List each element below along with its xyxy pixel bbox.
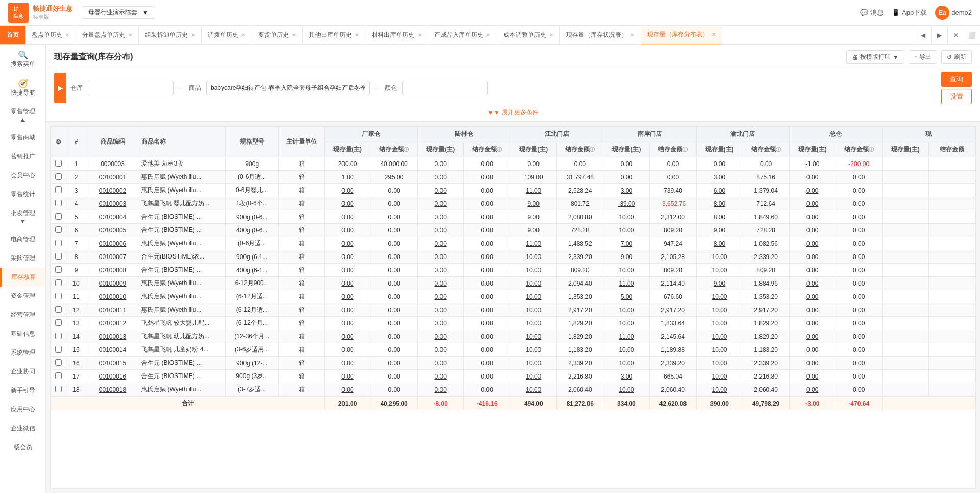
cell-lucun-qty[interactable]: 0.00	[418, 264, 464, 277]
cell-checkbox[interactable]	[51, 157, 66, 171]
product-input[interactable]	[206, 81, 370, 95]
sidebar-item-app-center[interactable]: 应用中心	[0, 400, 45, 419]
sidebar-item-weixin[interactable]: 企业微信	[0, 419, 45, 438]
cell-nanan-qty[interactable]: 9.00	[603, 250, 650, 264]
cell-nanan-qty[interactable]: 10.00	[603, 303, 650, 317]
sidebar-item-member-center[interactable]: 会员中心	[0, 166, 45, 185]
cell-factory-qty[interactable]: 0.00	[325, 303, 371, 317]
expand-filter-btn[interactable]: ▼▼ 展开更多条件	[487, 108, 538, 117]
cell-factory-qty[interactable]: 0.00	[325, 210, 371, 224]
cell-lucun-qty[interactable]: 0.00	[418, 237, 464, 250]
cell-factory-qty[interactable]: 1.00	[325, 171, 371, 184]
cell-factory-qty[interactable]: 0.00	[325, 357, 371, 370]
sidebar-item-search[interactable]: 🔍 搜索英单	[0, 45, 45, 74]
cell-total-qty[interactable]: 0.00	[789, 237, 836, 250]
sidebar-item-purchase[interactable]: 采购管理	[0, 249, 45, 268]
close-icon[interactable]: ✕	[191, 32, 195, 38]
cell-nanan-qty[interactable]: 3.00	[603, 370, 650, 383]
sidebar-item-ecommerce[interactable]: 电商管理	[0, 230, 45, 249]
cell-jiangbei-qty[interactable]: 11.00	[510, 184, 557, 197]
cell-total-qty[interactable]: 0.00	[789, 290, 836, 303]
cell-total-qty[interactable]: 0.00	[789, 330, 836, 343]
cell-checkbox[interactable]	[51, 290, 66, 303]
cell-lucun-qty[interactable]: 0.00	[418, 277, 464, 290]
cell-total-qty[interactable]: 0.00	[789, 277, 836, 290]
sidebar-item-retail-mall[interactable]: 零售商城	[0, 128, 45, 147]
cell-factory-qty[interactable]: 0.00	[325, 370, 371, 383]
cell-nanan-qty[interactable]: 0.00	[603, 157, 650, 171]
cell-checkbox[interactable]	[51, 357, 66, 370]
cell-total-qty[interactable]: 0.00	[789, 197, 836, 210]
info-icon[interactable]: ⓘ	[682, 147, 688, 152]
app-download-btn[interactable]: 📱 App下载	[892, 8, 927, 17]
nav-close-btn[interactable]: ✕	[947, 26, 964, 45]
cell-jiangbei-qty[interactable]: 10.00	[510, 343, 557, 357]
cell-jiangbei-qty[interactable]: 109.00	[510, 171, 557, 184]
cell-total-qty[interactable]: 0.00	[789, 303, 836, 317]
tab-combo[interactable]: 组装拆卸单历史 ✕	[139, 26, 202, 45]
sidebar-item-member[interactable]: 畅会员	[0, 438, 45, 457]
cell-yubei-qty[interactable]: 10.00	[696, 330, 743, 343]
cell-jiangbei-qty[interactable]: 10.00	[510, 317, 557, 330]
cell-lucun-qty[interactable]: 0.00	[418, 250, 464, 264]
cell-lucun-qty[interactable]: 0.00	[418, 290, 464, 303]
cell-jiangbei-qty[interactable]: 10.00	[510, 303, 557, 317]
cell-yubei-qty[interactable]: 8.00	[696, 210, 743, 224]
tab-other-out[interactable]: 其他出库单历史 ✕	[303, 26, 365, 45]
cell-total-qty[interactable]: 0.00	[789, 343, 836, 357]
cell-factory-qty[interactable]: 0.00	[325, 237, 371, 250]
cell-checkbox[interactable]	[51, 237, 66, 250]
cell-lucun-qty[interactable]: 0.00	[418, 343, 464, 357]
cell-lucun-qty[interactable]: 0.00	[418, 357, 464, 370]
cell-nanan-qty[interactable]: 11.00	[603, 277, 650, 290]
th-settings[interactable]: ⚙	[51, 127, 66, 157]
cell-checkbox[interactable]	[51, 264, 66, 277]
cell-total-qty[interactable]: 0.00	[789, 383, 836, 397]
tab-order[interactable]: 要货单历史 ✕	[252, 26, 303, 45]
cell-lucun-qty[interactable]: 0.00	[418, 224, 464, 237]
cell-nanan-qty[interactable]: 5.00	[603, 290, 650, 303]
cell-jiangbei-qty[interactable]: 10.00	[510, 357, 557, 370]
print-btn[interactable]: 🖨 按模版打印 ▼	[846, 50, 904, 64]
close-icon[interactable]: ✕	[549, 32, 553, 38]
message-btn[interactable]: 💬 消息	[860, 8, 884, 17]
warehouse-input[interactable]	[88, 81, 174, 95]
cell-checkbox[interactable]	[51, 383, 66, 397]
cell-lucun-qty[interactable]: 0.00	[418, 157, 464, 171]
cell-yubei-qty[interactable]: 10.00	[696, 343, 743, 357]
sidebar-item-retail-stats[interactable]: 零售统计	[0, 185, 45, 204]
cell-jiangbei-qty[interactable]: 9.00	[510, 210, 557, 224]
cell-lucun-qty[interactable]: 0.00	[418, 184, 464, 197]
cell-nanan-qty[interactable]: 10.00	[603, 264, 650, 277]
info-icon[interactable]: ⓘ	[869, 147, 874, 152]
cell-nanan-qty[interactable]: 10.00	[603, 343, 650, 357]
cell-factory-qty[interactable]: 200.00	[325, 157, 371, 171]
cell-yubei-qty[interactable]: 10.00	[696, 383, 743, 397]
gear-icon[interactable]: ⚙	[56, 138, 61, 146]
sidebar-item-retail-mgmt[interactable]: 零售管理 ▲	[0, 102, 45, 128]
cell-checkbox[interactable]	[51, 210, 66, 224]
cell-yubei-qty[interactable]: 10.00	[696, 357, 743, 370]
cell-total-qty[interactable]: 0.00	[789, 317, 836, 330]
tab-product-in[interactable]: 产成品入库单历史 ✕	[428, 26, 497, 45]
cell-yubei-qty[interactable]: 0.00	[696, 157, 743, 171]
cell-factory-qty[interactable]: 0.00	[325, 343, 371, 357]
info-icon[interactable]: ⓘ	[590, 147, 595, 152]
refresh-btn[interactable]: ↺ 刷新	[941, 50, 972, 64]
info-icon[interactable]: ⓘ	[497, 147, 502, 152]
cell-checkbox[interactable]	[51, 184, 66, 197]
color-input[interactable]	[402, 81, 488, 95]
user-profile[interactable]: Ea demo2	[935, 6, 972, 20]
cell-jiangbei-qty[interactable]: 10.00	[510, 383, 557, 397]
close-icon[interactable]: ✕	[241, 32, 246, 38]
info-icon[interactable]: ⓘ	[404, 147, 409, 152]
cell-lucun-qty[interactable]: 0.00	[418, 303, 464, 317]
cell-lucun-qty[interactable]: 0.00	[418, 317, 464, 330]
settings-btn[interactable]: 设置	[941, 89, 972, 104]
cell-checkbox[interactable]	[51, 303, 66, 317]
sidebar-item-inventory[interactable]: 库存核算	[0, 268, 45, 287]
cell-jiangbei-qty[interactable]: 9.00	[510, 224, 557, 237]
cell-nanan-qty[interactable]: -39.00	[603, 197, 650, 210]
cell-total-qty[interactable]: 0.00	[789, 224, 836, 237]
cell-nanan-qty[interactable]: 10.00	[603, 224, 650, 237]
